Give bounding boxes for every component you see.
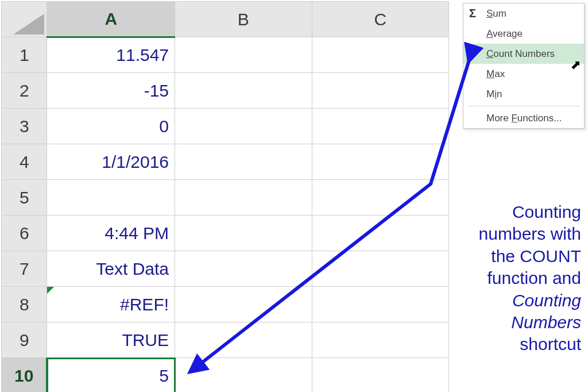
menu-label-sum: Sum xyxy=(486,8,506,20)
cursor-icon: ⬉ xyxy=(571,57,581,72)
row-header-3[interactable]: 3 xyxy=(2,109,47,144)
menu-item-more-functions[interactable]: More Functions... xyxy=(463,108,584,128)
cell-a8[interactable]: #REF! xyxy=(47,287,175,322)
row-header-8[interactable]: 8 xyxy=(2,287,47,322)
row-header-6[interactable]: 6 xyxy=(2,216,47,251)
row-header-5[interactable]: 5 xyxy=(2,180,47,216)
sigma-icon: Σ xyxy=(469,7,476,20)
cell-b2[interactable] xyxy=(175,73,312,109)
cell-a10[interactable]: 5 xyxy=(47,358,175,393)
menu-item-average[interactable]: Average xyxy=(463,24,584,44)
menu-separator xyxy=(467,106,581,106)
row-header-2[interactable]: 2 xyxy=(2,73,47,109)
cell-c2[interactable] xyxy=(312,73,448,109)
cell-a1[interactable]: 11.547 xyxy=(47,37,175,73)
row-header-9[interactable]: 9 xyxy=(2,322,47,358)
cell-b5[interactable] xyxy=(175,180,312,216)
cell-c5[interactable] xyxy=(312,180,448,216)
row-header-1[interactable]: 1 xyxy=(2,37,47,73)
menu-item-min[interactable]: Min xyxy=(463,84,584,104)
cell-c6[interactable] xyxy=(312,216,448,251)
menu-label-average: Average xyxy=(486,28,523,40)
cell-b3[interactable] xyxy=(175,109,312,144)
column-header-a[interactable]: A xyxy=(47,2,175,37)
menu-label-min: Min xyxy=(486,89,502,100)
row-header-4[interactable]: 4 xyxy=(2,144,47,180)
spreadsheet-grid[interactable]: A B C 1 11.547 2 -15 3 0 4 1/1/2016 5 6 … xyxy=(1,1,449,392)
column-header-c[interactable]: C xyxy=(312,2,448,37)
row-header-10[interactable]: 10 xyxy=(2,358,47,393)
cell-b10[interactable] xyxy=(175,358,312,393)
select-all-corner[interactable] xyxy=(2,2,47,37)
cell-c8[interactable] xyxy=(312,287,448,322)
row-header-7[interactable]: 7 xyxy=(2,251,47,287)
cell-a9[interactable]: TRUE xyxy=(47,322,175,358)
cell-a6[interactable]: 4:44 PM xyxy=(47,216,175,251)
cell-b9[interactable] xyxy=(175,322,312,358)
cell-a4[interactable]: 1/1/2016 xyxy=(47,144,175,180)
cell-c3[interactable] xyxy=(312,109,448,144)
cell-a3[interactable]: 0 xyxy=(47,109,175,144)
cell-c4[interactable] xyxy=(312,144,448,180)
menu-label-max: Max xyxy=(486,68,505,80)
cell-c10[interactable] xyxy=(312,358,448,393)
cell-b6[interactable] xyxy=(175,216,312,251)
autosum-menu: Σ Sum Average Count Numbers Max Min More… xyxy=(463,3,585,129)
cell-b1[interactable] xyxy=(175,37,312,73)
menu-label-more: More Functions... xyxy=(486,113,562,124)
cell-b7[interactable] xyxy=(175,251,312,287)
cell-c9[interactable] xyxy=(312,322,448,358)
cell-c7[interactable] xyxy=(312,251,448,287)
menu-label-count: Count Numbers xyxy=(486,48,555,60)
cell-b8[interactable] xyxy=(175,287,312,322)
cell-b4[interactable] xyxy=(175,144,312,180)
menu-item-sum[interactable]: Σ Sum xyxy=(463,3,584,24)
annotation-text: Counting numbers with the COUNT function… xyxy=(432,201,581,356)
cell-a7[interactable]: Text Data xyxy=(47,251,175,287)
menu-item-count-numbers[interactable]: Count Numbers xyxy=(463,44,584,64)
cell-c1[interactable] xyxy=(312,37,448,73)
cell-a2[interactable]: -15 xyxy=(47,73,175,109)
menu-item-max[interactable]: Max xyxy=(463,64,584,84)
cell-a5[interactable] xyxy=(47,180,175,216)
column-header-b[interactable]: B xyxy=(175,2,312,37)
